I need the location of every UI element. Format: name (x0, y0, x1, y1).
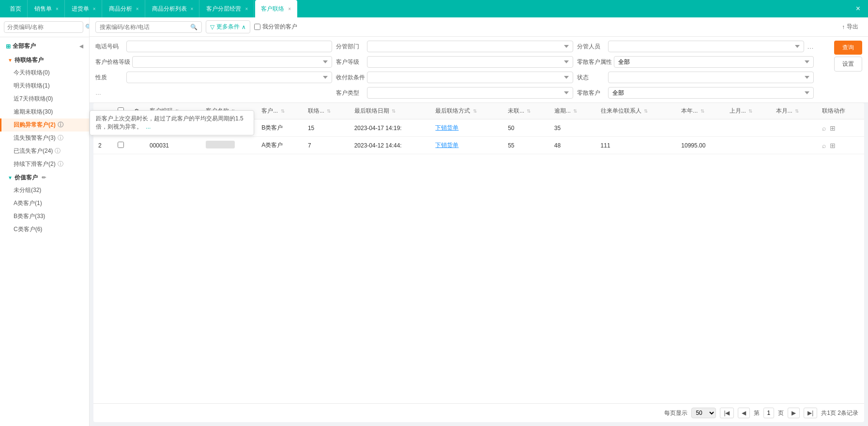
sort-year-icon[interactable]: ⇅ (700, 108, 704, 114)
customer-type-select[interactable] (367, 87, 573, 99)
retail-attr-select[interactable]: 全部 (614, 56, 814, 68)
sort-contact-icon[interactable]: ⇅ (327, 108, 331, 114)
sidebar-section-pending-title[interactable]: ▼ 待联络客户 (0, 53, 89, 66)
filter-more-conditions[interactable]: ▽ 更多条件 ∧ (206, 20, 250, 33)
sort-thismonth-icon[interactable]: ⇅ (795, 108, 799, 114)
sidebar-search-input[interactable] (4, 21, 83, 33)
close-product-analysis-tab[interactable]: × (136, 6, 139, 12)
row2-code: 000031 (145, 137, 201, 154)
row2-method-link[interactable]: 下销货单 (435, 142, 458, 148)
sidebar-search-icon[interactable]: 🔍 (85, 24, 90, 30)
col-last-contact-date: 最后联络日期 ⇅ (350, 103, 431, 119)
sidebar-item-churned[interactable]: 已流失客户(24) ⓘ (0, 145, 89, 158)
sidebar-item-a-class[interactable]: A类客户(1) (0, 197, 89, 210)
nav-tab-customer-tier[interactable]: 客户分层经营 × (200, 0, 254, 17)
sidebar-item-declining[interactable]: 持续下滑客户(2) ⓘ (0, 158, 89, 171)
nav-tab-customer-contact[interactable]: 客户联络 × (255, 0, 297, 17)
sidebar-all-customers[interactable]: ⊞ 全部客户 ◀ (0, 39, 89, 53)
price-level-label: 客户价格等级 (95, 58, 130, 66)
set-button[interactable]: 设置 (834, 57, 862, 72)
collapse-icon[interactable]: ◀ (79, 44, 83, 49)
nav-tab-home[interactable]: 首页 (4, 0, 28, 17)
query-button[interactable]: 查询 (834, 41, 862, 55)
filter-price-level-row: 客户价格等级 (95, 56, 332, 68)
sort-method-icon[interactable]: ⇅ (473, 108, 477, 114)
info-icon-0[interactable]: ⓘ (58, 121, 63, 129)
row2-contact-icon[interactable]: ⊞ (830, 142, 836, 149)
nav-tab-product-list[interactable]: 商品分析列表 × (146, 0, 200, 17)
status-select[interactable] (608, 72, 814, 83)
row1-view-icon[interactable]: ⌕ (822, 124, 826, 132)
info-icon-1[interactable]: ⓘ (58, 134, 63, 142)
nav-tab-product-analysis[interactable]: 商品分析 × (103, 0, 145, 17)
my-customers-checkbox[interactable] (254, 24, 260, 30)
app-close-button[interactable]: × (852, 2, 864, 15)
sidebar-item-repurchase-abnormal[interactable]: 回购异常客户(2) ⓘ (0, 118, 89, 132)
sort-lastmonth-icon[interactable]: ⇅ (748, 108, 752, 114)
sidebar-item-b-class[interactable]: B类客户(33) (0, 210, 89, 223)
sidebar-item-churn-warning[interactable]: 流失预警客户(3) ⓘ (0, 132, 89, 145)
row1-contact-icon[interactable]: ⊞ (830, 124, 836, 132)
sidebar-item-7days[interactable]: 近7天待联络(0) (0, 92, 89, 105)
sort-date-icon[interactable]: ⇅ (392, 108, 396, 114)
sort-overdue-icon[interactable]: ⇅ (573, 108, 577, 114)
phone-label: 电话号码 (95, 43, 124, 51)
sort-not-contact-icon[interactable]: ⇅ (527, 108, 531, 114)
row2-view-icon[interactable]: ⌕ (822, 142, 826, 149)
nav-tab-sales[interactable]: 销售单 × (29, 0, 65, 17)
col-this-year: 本年... ⇅ (676, 103, 725, 119)
close-purchase-tab[interactable]: × (93, 6, 96, 12)
page-first-button[interactable]: |◀ (720, 408, 733, 418)
nature-select[interactable] (126, 72, 332, 83)
manager-select[interactable] (608, 41, 804, 52)
retail-select[interactable]: 全部 (608, 87, 814, 99)
row1-method-link[interactable]: 下销货单 (435, 124, 458, 131)
phone-input[interactable] (126, 41, 332, 52)
row1-actions: ⌕ ⊞ (817, 119, 864, 137)
tooltip-more[interactable]: ... (146, 123, 151, 130)
nav-tab-purchase[interactable]: 进货单 × (66, 0, 102, 17)
filter-search-icon[interactable]: 🔍 (190, 24, 198, 30)
info-icon-2[interactable]: ⓘ (55, 147, 61, 155)
page-prev-button[interactable]: ◀ (738, 408, 750, 418)
row2-overdue: 48 (549, 137, 596, 154)
sidebar-item-overdue[interactable]: 逾期未联络(30) (0, 105, 89, 118)
export-button[interactable]: ↑ 导出 (838, 21, 862, 33)
edit-icon[interactable]: ✏ (42, 175, 46, 181)
dept-select[interactable] (367, 41, 573, 52)
row2-select[interactable] (118, 142, 124, 148)
col-contact: 联络... ⇅ (303, 103, 350, 119)
info-icon-3[interactable]: ⓘ (58, 160, 63, 168)
table-container[interactable]: ⚙ 客户编码 ⇅ 客户名称 ⇅ 客户... (93, 103, 864, 403)
row2-checkbox (113, 137, 129, 154)
filter-search-input[interactable] (100, 24, 188, 30)
sort-type-icon[interactable]: ⇅ (281, 108, 285, 114)
sidebar-section-value: ▼ 价值客户 ✏ 未分组(32) A类客户(1) B类客户(33) C类客户(6… (0, 171, 89, 236)
nature-label: 性质 (95, 73, 124, 82)
filter-my-customers[interactable]: 我分管的客户 (254, 23, 297, 31)
page-last-button[interactable]: ▶| (804, 408, 817, 418)
sort-company-icon[interactable]: ⇅ (644, 108, 648, 114)
sidebar-item-today[interactable]: 今天待联络(0) (0, 66, 89, 79)
per-page-select[interactable]: 50 20 100 (691, 408, 716, 418)
more-dots[interactable]: … (95, 89, 101, 96)
manager-expand-icon[interactable]: … (807, 43, 814, 50)
sidebar-item-tomorrow[interactable]: 明天待联络(1) (0, 79, 89, 92)
col-last-month: 上月... ⇅ (725, 103, 771, 119)
price-level-select[interactable] (132, 56, 332, 68)
row2-date: 2023-04-12 14:44: (350, 137, 431, 154)
row2-gear (129, 137, 145, 154)
close-customer-tier-tab[interactable]: × (245, 6, 248, 12)
close-sales-tab[interactable]: × (56, 6, 59, 12)
page-next-button[interactable]: ▶ (788, 408, 800, 418)
main-layout: 🔍 ⊞ 全部客户 ◀ ▼ 待联络客户 今天待联络(0) 明天待联络(1) (0, 17, 868, 426)
row1-year (676, 119, 725, 137)
payment-select[interactable] (367, 72, 573, 83)
customer-level-select[interactable] (367, 56, 573, 68)
close-customer-contact-tab[interactable]: × (288, 6, 291, 12)
sidebar-section-value-title[interactable]: ▼ 价值客户 ✏ (0, 171, 89, 184)
filter-manager-row: 分管人员 … (577, 41, 814, 52)
close-product-list-tab[interactable]: × (191, 6, 194, 12)
sidebar-item-ungroup[interactable]: 未分组(32) (0, 184, 89, 197)
sidebar-item-c-class[interactable]: C类客户(6) (0, 223, 89, 236)
